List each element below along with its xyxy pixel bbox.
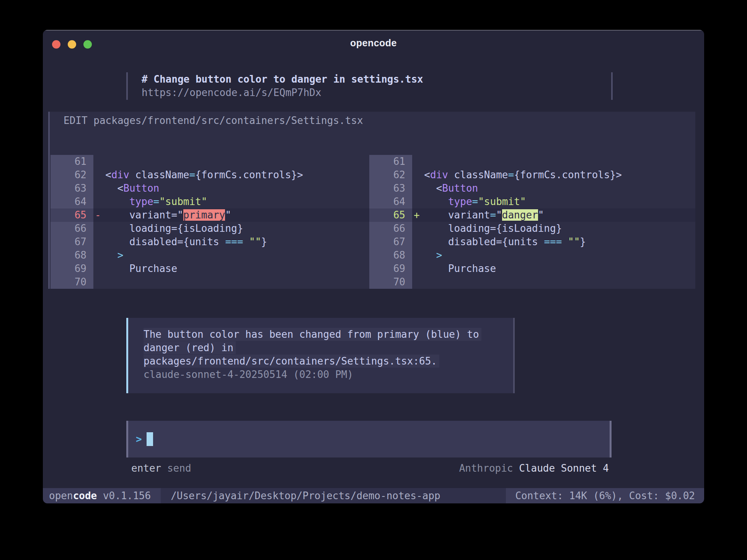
- line-number: 65: [369, 208, 412, 222]
- diff-row: 69 Purchase69 Purchase: [50, 262, 695, 275]
- model-indicator: Anthropic Claude Sonnet 4: [459, 462, 609, 475]
- code-cell: Purchase: [412, 262, 695, 275]
- code-cell: <div className={formCs.controls}>: [93, 168, 369, 182]
- code-token: =: [472, 196, 478, 207]
- diff-row: 66 loading={isLoading}66 loading={isLoad…: [50, 222, 695, 235]
- diff-row: 64 type="submit"64 type="submit": [50, 195, 695, 208]
- line-number: 66: [369, 222, 412, 235]
- titlebar: opencode: [43, 30, 704, 54]
- diff-marker: +: [414, 208, 420, 222]
- code-token: }: [261, 236, 267, 247]
- code-cell: + variant="danger": [412, 208, 695, 222]
- edit-file-name: packages/frontend/src/containers/Setting…: [93, 115, 363, 126]
- prompt-input[interactable]: >: [126, 421, 612, 457]
- code-cell: [412, 155, 695, 168]
- code-token: >: [117, 249, 124, 261]
- zoom-button[interactable]: [83, 40, 92, 49]
- code-token: {formCs.controls}>: [195, 169, 303, 181]
- diff-row: 63 <Button63 <Button: [50, 182, 695, 195]
- code-token: "": [249, 236, 261, 247]
- line-number: 70: [51, 275, 93, 289]
- line-number: 61: [51, 155, 93, 168]
- code-token: <: [412, 182, 442, 194]
- code-token: loading={isLoading}: [412, 223, 562, 234]
- status-context-cost: Context: 14K (6%), Cost: $0.02: [506, 488, 704, 503]
- code-token: Purchase: [412, 263, 496, 274]
- code-token: variant=": [93, 209, 183, 221]
- code-token: "": [568, 236, 580, 247]
- code-token: className: [448, 169, 508, 181]
- code-token: }: [580, 236, 586, 247]
- code-token: primary: [183, 209, 225, 221]
- code-token: div: [111, 169, 129, 181]
- app-name-bold: code: [73, 490, 97, 501]
- code-token: {formCs.controls}>: [514, 169, 622, 181]
- code-token: ": [538, 209, 544, 221]
- code-token: >: [436, 249, 442, 261]
- diff-row: 67 disabled={units === ""}67 disabled={u…: [50, 235, 695, 249]
- user-message-block: # Change button color to danger in setti…: [126, 72, 613, 100]
- message-text: danger (red) in: [144, 341, 236, 354]
- assistant-message: The button color has been changed from p…: [126, 318, 515, 393]
- app-version: v0.1.156: [97, 490, 151, 501]
- diff-marker: -: [95, 208, 101, 222]
- code-token: <: [93, 182, 123, 194]
- code-cell: >: [93, 249, 369, 262]
- message-line: danger (red) in: [144, 341, 513, 355]
- code-cell: [412, 275, 695, 289]
- code-token: [412, 196, 448, 207]
- status-app: opencode v0.1.156: [43, 488, 161, 503]
- line-number: 69: [369, 262, 412, 275]
- edit-file-path: EDIT packages/frontend/src/containers/Se…: [50, 112, 695, 127]
- keyboard-hint: enter send: [131, 462, 191, 475]
- minimize-button[interactable]: [68, 40, 76, 49]
- code-token: Purchase: [93, 263, 177, 274]
- line-number: 64: [369, 195, 412, 208]
- code-token: disabled={units: [93, 236, 225, 247]
- edit-action-label: EDIT: [64, 115, 88, 126]
- line-number: 64: [51, 195, 93, 208]
- code-token: <: [93, 169, 111, 181]
- diff-row: 65- variant="primary"65+ variant="danger…: [50, 208, 695, 222]
- code-token: variant: [412, 209, 490, 221]
- code-cell: >: [412, 249, 695, 262]
- message-line: packages/frontend/src/containers/Setting…: [144, 355, 513, 368]
- message-meta: claude-sonnet-4-20250514 (02:00 PM): [144, 369, 353, 380]
- edit-diff-panel: EDIT packages/frontend/src/containers/Se…: [48, 112, 695, 289]
- diff-rows: 616162 <div className={formCs.controls}>…: [50, 155, 695, 289]
- diff-row: 62 <div className={formCs.controls}>62 <…: [50, 168, 695, 182]
- code-token: ===: [544, 236, 562, 247]
- message-text: The button color has been changed from p…: [144, 328, 481, 341]
- code-token: Button: [123, 182, 159, 194]
- hint-key: enter: [131, 462, 161, 474]
- opencode-window: opencode # Change button color to danger…: [43, 30, 704, 503]
- code-cell: [93, 155, 369, 168]
- line-number: 70: [369, 275, 412, 289]
- code-token: ": [496, 209, 502, 221]
- code-cell: loading={isLoading}: [412, 222, 695, 235]
- diff-row: 68 >68 >: [50, 249, 695, 262]
- code-cell: <Button: [412, 182, 695, 195]
- diff-row: 7070: [50, 275, 695, 289]
- line-number: 61: [369, 155, 412, 168]
- code-cell: type="submit": [412, 195, 695, 208]
- code-cell: disabled={units === ""}: [93, 235, 369, 249]
- code-token: =: [490, 209, 496, 221]
- code-token: [412, 249, 436, 261]
- code-token: [243, 236, 249, 247]
- traffic-lights: [52, 40, 92, 49]
- code-token: loading={isLoading}: [93, 223, 243, 234]
- code-token: disabled={units: [412, 236, 544, 247]
- close-button[interactable]: [52, 40, 60, 49]
- code-token: [562, 236, 568, 247]
- code-cell: disabled={units === ""}: [412, 235, 695, 249]
- code-cell: - variant="primary": [93, 208, 369, 222]
- code-token: =: [508, 169, 514, 181]
- status-project-path: /Users/jayair/Desktop/Projects/demo-note…: [161, 488, 506, 503]
- share-url-link[interactable]: https://opencode.ai/s/EQmP7hDx: [142, 86, 611, 99]
- status-bar: opencode v0.1.156 /Users/jayair/Desktop/…: [43, 488, 704, 503]
- code-token: [93, 249, 117, 261]
- hint-label: send: [167, 462, 191, 474]
- line-number: 63: [369, 182, 412, 195]
- message-line: claude-sonnet-4-20250514 (02:00 PM): [144, 368, 513, 381]
